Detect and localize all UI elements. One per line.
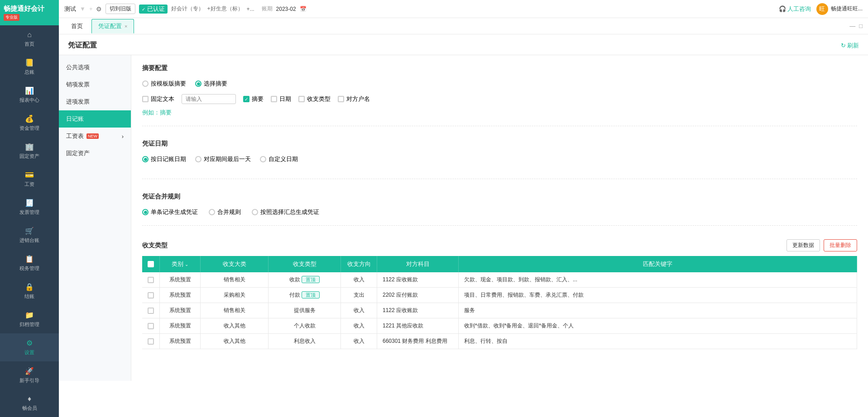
sidebar-item-member[interactable]: ♦ 畅会员 (0, 389, 59, 417)
purchase-icon: 🛒 (25, 227, 34, 235)
sidebar-item-guide[interactable]: 🚀 新手引导 (0, 361, 59, 389)
merge-rules-section: 凭证合并规则 单条记录生成凭证 合并规则 (142, 193, 857, 226)
income-expense-table: 类别 ⌄ 收支大类 收支类型 (142, 256, 857, 349)
row-type-3: 系统预置 (160, 318, 201, 334)
radio-journal-date[interactable]: 按日记账日期 (142, 155, 186, 163)
sidebar-item-fund[interactable]: 💰 资金管理 (0, 109, 59, 137)
ledger-icon: 📒 (25, 58, 34, 67)
row-direction-4: 收入 (341, 334, 377, 349)
topbar-dropdown-icon[interactable]: ▼ (80, 5, 86, 12)
tab-voucher-config[interactable]: 凭证配置 × (91, 19, 134, 33)
checkbox-income-type[interactable]: 收支类型 (298, 95, 331, 103)
th-type: 类别 ⌄ (160, 256, 201, 272)
merge-rules-title: 凭证合并规则 (142, 193, 857, 201)
tab-home[interactable]: 首页 (64, 19, 90, 33)
sidebar-logo: 畅捷通好会计 专业版 (0, 0, 59, 25)
row-tag-0[interactable]: 置顶 (302, 276, 320, 283)
refresh-btn[interactable]: ↻ 刷新 (841, 42, 859, 50)
sidebar-item-invoice[interactable]: 🧾 发票管理 (0, 193, 59, 221)
sidebar-item-tax[interactable]: 📋 税务管理 (0, 249, 59, 277)
batch-delete-btn[interactable]: 批量删除 (824, 239, 857, 251)
row-income-type-4: 利息收入 (269, 334, 341, 349)
user-name: 畅捷通旺旺... (831, 5, 863, 13)
row-checkbox-0[interactable] (142, 272, 160, 288)
home-icon: ⌂ (27, 31, 32, 39)
sidebar-item-purchase[interactable]: 🛒 进销台账 (0, 221, 59, 249)
row-income-type-0: 收款 置顶 (269, 272, 341, 288)
maximize-icon[interactable]: □ (859, 23, 863, 29)
th-select-all[interactable] (148, 261, 154, 267)
row-major-2: 销售相关 (201, 303, 269, 318)
assets-icon: 🏢 (25, 142, 34, 151)
invoice-icon: 🧾 (25, 199, 34, 207)
sidebar-item-report[interactable]: 📊 报表中心 (0, 81, 59, 109)
row-major-1: 采购相关 (201, 288, 269, 303)
sidebar-item-settings[interactable]: ⚙ 设置 (0, 333, 59, 361)
checkbox-summary-box: ✓ (243, 96, 249, 102)
left-nav-purchase-invoice[interactable]: 进项发票 (59, 93, 131, 110)
member-icon: ♦ (28, 395, 31, 403)
calendar-icon[interactable]: 📅 (300, 6, 307, 12)
new-badge: NEW (86, 133, 99, 139)
left-nav-fixed-assets[interactable]: 固定资产 (59, 145, 131, 162)
radio-select-circle (195, 81, 201, 87)
checkbox-summary[interactable]: ✓ 摘要 (243, 95, 264, 103)
radio-single-record[interactable]: 单条记录生成凭证 (142, 208, 198, 216)
row-type-4: 系统预置 (160, 334, 201, 349)
logo-title: 畅捷通好会计 (4, 5, 44, 13)
fixed-text-input[interactable] (182, 94, 236, 104)
radio-select-summary[interactable]: 选择摘要 (195, 80, 227, 88)
tab-close-btn[interactable]: × (125, 24, 127, 29)
left-nav-journal[interactable]: 日记账 (59, 110, 131, 128)
table-row: 系统预置 收入其他 个人收款 收入 1221 其他应收款 收到*借款、收到*备用… (142, 318, 857, 334)
sort-icon: ⌄ (185, 262, 188, 267)
checkbox-fixed-text[interactable]: 固定文本 (142, 95, 174, 103)
left-nav-public[interactable]: 公共选项 (59, 59, 131, 76)
content-inner: 凭证配置 ↻ 刷新 公共选项 销项发票 进项发票 (59, 34, 868, 417)
row-direction-2: 收入 (341, 303, 377, 318)
sidebar-item-home[interactable]: ⌂ 首页 (0, 25, 59, 53)
voucher-date-radio-group: 按日记账日期 对应期间最后一天 自定义日期 (142, 155, 857, 163)
sidebar-item-archive[interactable]: 📁 归档管理 (0, 305, 59, 333)
row-tag-1[interactable]: 置顶 (302, 291, 320, 299)
row-account-2: 1122 应收账款 (377, 303, 459, 318)
row-checkbox-4[interactable] (142, 334, 160, 349)
row-checkbox-3[interactable] (142, 318, 160, 334)
left-nav: 公共选项 销项发票 进项发票 日记账 工资表 NEW (59, 55, 131, 381)
radio-template-summary[interactable]: 按模板版摘要 (142, 80, 186, 88)
tag-haokuai: 好会计（专） (171, 5, 204, 13)
row-checkbox-2[interactable] (142, 303, 160, 318)
radio-period-last[interactable]: 对应期间最后一天 (195, 155, 251, 163)
topbar-plus-icon[interactable]: + (89, 5, 93, 12)
row-type-2: 系统预置 (160, 303, 201, 318)
topbar-gear-icon[interactable]: ⚙ (96, 5, 102, 13)
service-btn[interactable]: 🎧 人工咨询 (779, 5, 811, 13)
radio-custom-date[interactable]: 自定义日期 (260, 155, 298, 163)
row-income-type-1: 付款 置顶 (269, 288, 341, 303)
table-action-bar: 更新数据 批量删除 (786, 239, 857, 251)
chevron-right-icon: › (122, 133, 124, 140)
row-account-0: 1122 应收账款 (377, 272, 459, 288)
update-data-btn[interactable]: 更新数据 (786, 239, 820, 251)
th-account: 对方科目 (377, 256, 459, 272)
salary-icon: 💳 (25, 171, 34, 179)
sidebar-item-close[interactable]: 🔒 结账 (0, 277, 59, 305)
row-major-3: 收入其他 (201, 318, 269, 334)
left-nav-sales-invoice[interactable]: 销项发票 (59, 76, 131, 93)
checkbox-counterparty[interactable]: 对方户名 (338, 95, 370, 103)
user-info: 旺 畅捷通旺旺... (816, 3, 863, 15)
sidebar-item-salary[interactable]: 💳 工资 (0, 165, 59, 193)
sidebar-item-assets[interactable]: 🏢 固定资产 (0, 137, 59, 165)
radio-merge-rule[interactable]: 合并规则 (209, 208, 241, 216)
radio-total-generate[interactable]: 按照选择汇总生成凭证 (252, 208, 319, 216)
switch-version-btn[interactable]: 切到旧版 (106, 4, 135, 14)
table-row: 系统预置 销售相关 提供服务 收入 1122 应收账款 服务 (142, 303, 857, 318)
close-period-icon: 🔒 (25, 283, 34, 291)
th-major: 收支大类 (201, 256, 269, 272)
left-nav-payroll[interactable]: 工资表 NEW › (59, 128, 131, 145)
minimize-icon[interactable]: — (849, 23, 855, 29)
checkbox-date[interactable]: 日期 (271, 95, 291, 103)
sidebar-item-ledger[interactable]: 📒 总账 (0, 53, 59, 81)
row-checkbox-1[interactable] (142, 288, 160, 303)
row-direction-1: 支出 (341, 288, 377, 303)
